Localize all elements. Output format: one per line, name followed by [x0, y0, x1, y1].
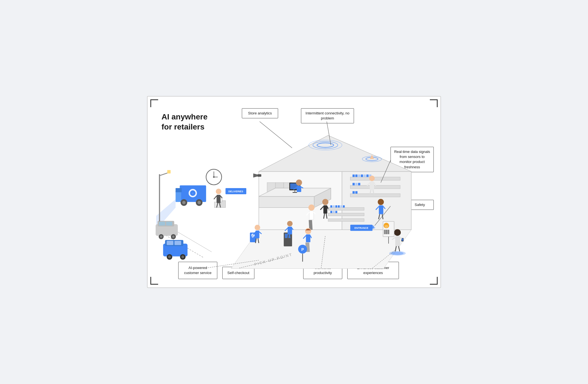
svg-rect-82: [340, 205, 342, 208]
svg-rect-139: [167, 241, 173, 245]
svg-rect-75: [328, 208, 364, 210]
svg-rect-78: [330, 205, 332, 208]
svg-rect-45: [364, 174, 366, 177]
svg-marker-184: [253, 173, 257, 177]
svg-point-5: [182, 201, 185, 204]
svg-text:ENTRANCE: ENTRANCE: [355, 227, 368, 229]
svg-rect-49: [355, 183, 358, 185]
svg-rect-48: [353, 183, 355, 185]
svg-point-22: [216, 189, 221, 194]
svg-point-136: [172, 236, 175, 238]
svg-text:10%: 10%: [385, 225, 388, 227]
svg-point-7: [197, 201, 201, 204]
svg-rect-76: [328, 213, 364, 216]
svg-line-24: [214, 196, 217, 199]
svg-rect-64: [297, 186, 301, 192]
svg-rect-81: [338, 205, 340, 208]
svg-marker-53: [259, 196, 314, 208]
svg-rect-104: [379, 205, 383, 214]
svg-rect-147: [167, 170, 171, 173]
svg-point-120: [287, 221, 293, 226]
svg-rect-40: [350, 194, 400, 197]
svg-line-159: [399, 246, 400, 251]
svg-point-173: [370, 227, 375, 229]
svg-rect-131: [159, 222, 165, 225]
svg-line-146: [160, 173, 168, 176]
svg-rect-51: [353, 191, 355, 194]
scene-illustration: ↑ DELIVERIES: [148, 97, 440, 287]
svg-rect-140: [175, 241, 181, 245]
svg-rect-153: [395, 236, 400, 246]
svg-rect-70: [370, 181, 374, 190]
svg-point-142: [168, 256, 171, 258]
svg-point-93: [309, 205, 315, 211]
svg-rect-11: [175, 188, 182, 192]
svg-point-69: [369, 176, 375, 181]
svg-point-117: [252, 234, 254, 238]
svg-text:DELIVERIES: DELIVERIES: [228, 190, 243, 193]
svg-rect-112: [256, 231, 259, 238]
svg-rect-42: [355, 174, 358, 177]
svg-rect-43: [358, 174, 360, 177]
svg-point-151: [391, 252, 404, 255]
svg-rect-88: [323, 205, 327, 214]
main-card: AI anywhere for retailers Store analytic…: [147, 96, 441, 288]
svg-rect-80: [335, 205, 337, 208]
svg-rect-84: [330, 211, 332, 213]
svg-point-87: [322, 199, 328, 205]
svg-rect-3: [175, 191, 181, 202]
svg-rect-99: [306, 234, 310, 242]
svg-point-144: [181, 256, 184, 258]
svg-rect-52: [355, 191, 358, 194]
svg-text:OFF: OFF: [385, 227, 388, 229]
svg-rect-86: [335, 211, 337, 213]
svg-line-175: [260, 121, 292, 148]
svg-rect-83: [343, 205, 345, 208]
svg-rect-121: [288, 227, 292, 234]
svg-rect-23: [217, 195, 221, 203]
svg-point-152: [394, 229, 401, 236]
svg-marker-31: [259, 135, 411, 171]
svg-marker-95: [309, 220, 313, 230]
svg-rect-94: [309, 211, 314, 220]
svg-rect-41: [353, 174, 355, 177]
svg-rect-38: [350, 177, 400, 180]
svg-rect-59: [293, 192, 297, 193]
svg-rect-46: [366, 174, 368, 177]
svg-text:P: P: [301, 247, 304, 252]
svg-point-63: [296, 179, 302, 186]
svg-rect-50: [358, 183, 360, 185]
svg-point-134: [160, 236, 162, 238]
svg-rect-132: [166, 222, 172, 225]
svg-rect-44: [361, 174, 363, 177]
svg-rect-79: [333, 205, 335, 208]
svg-text:↑: ↑: [192, 192, 193, 195]
svg-rect-39: [350, 185, 400, 189]
svg-rect-183: [257, 174, 261, 177]
svg-point-111: [255, 225, 260, 230]
svg-point-103: [378, 199, 384, 205]
svg-rect-77: [328, 219, 364, 221]
svg-rect-85: [333, 211, 335, 213]
